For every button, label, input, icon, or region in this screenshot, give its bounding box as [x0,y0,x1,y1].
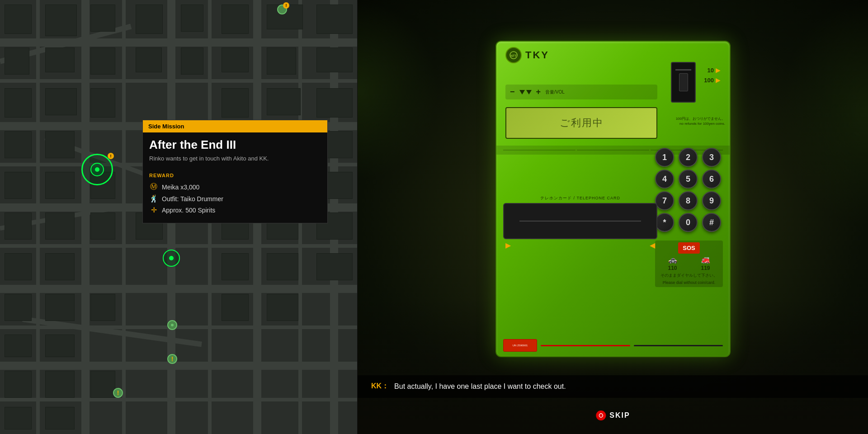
sos-numbers: 🚓 110 🚒 119 [657,255,721,271]
playstation-circle-icon [599,413,603,418]
sos-note-en: Please dial without coin/card. [657,280,721,286]
coin-100-row: 100 ▶ [704,76,721,84]
key-0[interactable]: 0 [679,213,698,232]
building [5,407,32,429]
road [0,79,357,83]
building [316,253,353,280]
wire-red [541,345,630,346]
volume-minus[interactable]: − [510,87,515,97]
key-8[interactable]: 8 [679,191,698,210]
building [5,253,32,280]
key-2[interactable]: 2 [679,148,698,167]
coin-10-arrow: ▶ [716,66,721,74]
reward-item-0: Ⓜ Meika x3,000 [149,181,321,193]
sos-119-number: 119 [701,265,710,271]
mission-title: After the End III [143,132,327,155]
spirit-icon: ✛ [149,206,158,214]
building [90,5,115,32]
marker-dot-1 [169,256,174,260]
building [222,88,249,118]
booth-bottom-wires: UN 2590901 [503,339,723,352]
building [5,335,32,357]
key-6[interactable]: 6 [702,170,721,189]
exclamation-3: ! [171,355,174,363]
keypad-area: 1 2 3 4 5 6 7 8 9 * 0 # [655,148,723,232]
road [36,0,40,434]
key-9[interactable]: 9 [702,191,721,210]
building [267,253,298,280]
tky-logo-icon: NTT [505,47,522,63]
fire-truck-icon: 🚒 [701,255,710,264]
building [5,47,29,75]
map-marker-player: ! [81,154,113,185]
phone-booth: NTT TKY − + 音量/VOL 100円は、おつりがでません。 [477,41,749,380]
building [45,371,75,398]
key-hash[interactable]: # [702,213,721,232]
coin-10-row: 10 ▶ [708,66,721,74]
player-dot [95,167,99,172]
card-slot-line [519,221,642,222]
building [45,5,77,36]
reward-item-1: 🕺 Outfit: Taiko Drummer [149,193,321,204]
no-refund-notice: 100円は、おつりがでません。 no refunds for 100yen co… [666,116,725,126]
key-1[interactable]: 1 [655,148,674,167]
skip-label: SKIP [609,411,630,420]
building [267,88,301,115]
key-4[interactable]: 4 [655,170,674,189]
small-marker-2 [167,320,177,330]
card-slot [503,203,657,239]
skip-circle-icon [596,410,606,420]
svg-point-2 [599,414,603,417]
map-marker-1 [163,250,180,267]
building [267,294,298,321]
building [5,172,32,199]
card-arrow-left: ▶ [505,241,511,250]
police-car-icon: 🚓 [668,255,677,264]
volume-triangles [519,90,532,94]
foliage-right [778,0,868,226]
player-exclamation: ! [108,153,114,159]
key-7[interactable]: 7 [655,191,674,210]
coin-denomination-area: 10 ▶ 100 ▶ [704,66,721,84]
card-label: テレホンカード / TELEPHONE CARD [503,195,657,201]
booth-body: NTT TKY − + 音量/VOL 100円は、おつりがでません。 [495,41,731,357]
reward-text-1: Outfit: Taiko Drummer [162,195,223,203]
player-marker-circle: ! [81,154,113,185]
coin-100-arrow: ▶ [716,76,721,84]
key-3[interactable]: 3 [702,148,721,167]
card-area: テレホンカード / TELEPHONE CARD ▶ ◀ [503,195,657,250]
vol-triangle-2 [526,90,532,94]
building [5,5,32,34]
coin-slot-groove [675,69,691,71]
tky-logo: NTT TKY [505,47,549,63]
building [316,5,353,34]
display-text: ご利用中 [560,116,604,130]
mission-header: Side Mission [143,120,327,132]
building [181,5,203,32]
map-marker-2 [167,320,177,330]
wire-unit-label: UN 2590901 [513,344,528,347]
building [45,212,75,240]
building [5,371,32,398]
sos-button[interactable]: SOS [678,242,699,254]
building [90,47,115,75]
skip-button[interactable]: SKIP [596,410,630,420]
building [181,47,203,75]
exclamation-4: ! [117,389,119,396]
building [267,47,296,75]
building [90,212,115,240]
volume-plus[interactable]: + [536,87,541,97]
meika-icon: Ⓜ [149,182,158,192]
small-marker-dot-2 [171,324,174,326]
marker-icon: ! [277,5,287,14]
player-marker-inner [90,163,104,176]
subtitle-bar: KK： But actually, I have one last place … [358,375,868,398]
coin-slot [671,62,696,103]
key-5[interactable]: 5 [679,170,698,189]
sos-police: 🚓 110 [668,255,677,271]
outfit-icon: 🕺 [149,194,158,203]
key-star[interactable]: * [655,213,674,232]
building [136,5,163,34]
side-mission-label: Side Mission [148,123,184,130]
small-marker-3: ! [167,354,177,364]
